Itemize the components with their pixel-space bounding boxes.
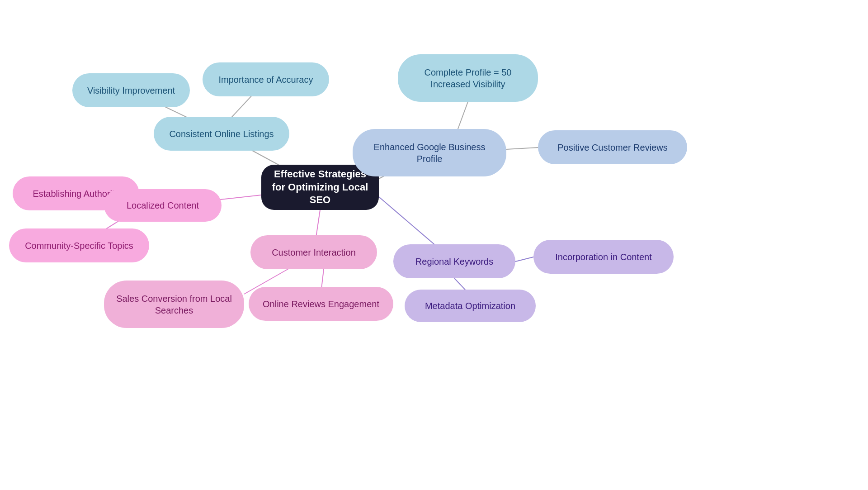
node-importance-accuracy: Importance of Accuracy: [203, 62, 329, 96]
node-online-reviews-engagement: Online Reviews Engagement: [249, 287, 393, 321]
node-metadata-optimization: Metadata Optimization: [405, 290, 536, 322]
svg-line-10: [515, 257, 533, 262]
svg-line-5: [506, 147, 538, 149]
node-sales-conversion: Sales Conversion from Local Searches: [104, 281, 244, 328]
node-community-topics: Community-Specific Topics: [9, 228, 149, 262]
node-positive-reviews: Positive Customer Reviews: [538, 130, 687, 164]
node-enhanced-google-business: Enhanced Google Business Profile: [353, 129, 506, 176]
node-visibility-improvement: Visibility Improvement: [72, 73, 190, 107]
node-complete-profile: Complete Profile = 50 Increased Visibili…: [398, 54, 538, 102]
node-incorporation-content: Incorporation in Content: [533, 240, 674, 274]
node-customer-interaction: Customer Interaction: [250, 235, 377, 269]
node-consistent-listings: Consistent Online Listings: [154, 117, 289, 151]
node-localized-content: Localized Content: [104, 189, 222, 222]
node-regional-keywords: Regional Keywords: [393, 244, 515, 278]
